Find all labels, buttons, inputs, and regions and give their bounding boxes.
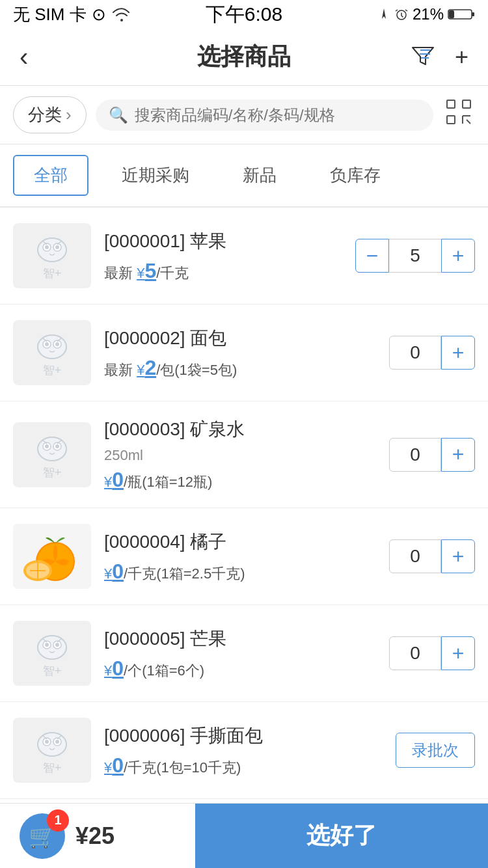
quantity-input[interactable] [389,636,441,670]
svg-point-40 [55,740,59,744]
tab-bar: 全部 近期采购 新品 负库存 [0,144,488,208]
quantity-input[interactable] [389,336,441,370]
product-item-0000006: 智+ [0000006] 手撕面包 ¥0/千克(1包=10千克) 录批次 [0,702,488,799]
tab-negative[interactable]: 负库存 [310,156,401,195]
orange-image [13,524,91,589]
price-amount: 2 [144,356,156,379]
product-name: [0000004] 橘子 [104,530,376,554]
tab-recent[interactable]: 近期采购 [102,156,210,195]
category-arrow-icon: › [66,105,72,125]
quantity-input[interactable] [389,438,441,472]
quantity-control-0000005: + [389,636,475,670]
confirm-button[interactable]: 选好了 [195,804,488,869]
cart-total: ¥25 [75,822,115,850]
currency-symbol: ¥ [137,362,144,378]
product-price: ¥0/千克(1包=10千克) [104,753,383,778]
page-title: 选择商品 [197,41,291,73]
product-image-0000002: 智+ [13,320,91,385]
svg-rect-3 [449,10,454,18]
owl-placeholder: 智+ [13,422,91,487]
product-price: ¥0/千克(1箱=2.5千克) [104,560,376,584]
search-bar[interactable]: 🔍 [96,100,433,131]
filter-icon[interactable] [411,45,435,70]
price-label: 最新 [104,265,137,281]
quantity-decrease-button[interactable]: − [355,239,389,273]
product-info-0000004: [0000004] 橘子 ¥0/千克(1箱=2.5千克) [104,530,376,584]
currency-symbol: ¥ [104,662,112,679]
owl-icon [33,327,72,360]
category-button[interactable]: 分类 › [13,96,87,133]
price-unit: /千克(1箱=2.5千克) [124,565,245,582]
svg-point-25 [55,444,59,448]
svg-rect-5 [447,100,455,108]
status-right: 21% [377,5,475,23]
batch-button[interactable]: 录批次 [396,733,475,768]
owl-icon [33,725,72,757]
product-info-0000003: [0000003] 矿泉水 250ml ¥0/瓶(1箱=12瓶) [104,417,376,492]
currency-symbol: ¥ [137,265,144,281]
product-image-0000006: 智+ [13,718,91,783]
search-input[interactable] [135,106,420,124]
tab-new[interactable]: 新品 [223,156,297,195]
product-info-0000005: [0000005] 芒果 ¥0/个(1箱=6个) [104,627,376,681]
location-icon [377,8,390,21]
quantity-control-0000004: + [389,539,475,573]
currency-symbol: ¥ [104,565,112,582]
battery-text: 21% [413,5,444,23]
quantity-increase-button[interactable]: + [441,438,475,472]
owl-brand-text: 智+ [43,760,62,776]
product-price: 最新 ¥2/包(1袋=5包) [104,356,376,380]
quantity-input[interactable] [389,239,441,273]
price-unit: /包(1袋=5包) [156,362,237,378]
quantity-control-0000002: + [389,336,475,370]
product-image-0000004 [13,524,91,589]
product-item-0000005: 智+ [0000005] 芒果 ¥0/个(1箱=6个) + [0,605,488,702]
product-image-0000001: 智+ [13,223,91,288]
product-price: 最新 ¥5/千克 [104,259,342,283]
quantity-increase-button[interactable]: + [441,539,475,573]
back-arrow-icon: ‹ [20,42,28,72]
battery-icon [448,8,475,21]
svg-line-10 [467,120,470,124]
svg-point-19 [45,342,49,346]
quantity-increase-button[interactable]: + [441,239,475,273]
price-amount: 0 [112,753,124,777]
cart-button[interactable]: 🛒 1 [20,813,65,859]
price-unit: /千克 [156,265,189,281]
nav-bar: ‹ 选择商品 + [0,29,488,86]
scan-icon[interactable] [442,98,475,132]
tab-all[interactable]: 全部 [13,155,88,196]
bottom-bar: 🛒 1 ¥25 选好了 [0,803,488,868]
quantity-increase-button[interactable]: + [441,636,475,670]
product-name: [0000006] 手撕面包 [104,724,383,748]
price-amount: 0 [112,657,124,680]
price-unit: /千克(1包=10千克) [124,759,241,776]
price-unit: /瓶(1箱=12瓶) [124,474,212,490]
product-info-0000006: [0000006] 手撕面包 ¥0/千克(1包=10千克) [104,724,383,778]
product-item-0000003: 智+ [0000003] 矿泉水 250ml ¥0/瓶(1箱=12瓶) + [0,401,488,508]
back-button[interactable]: ‹ [20,42,59,72]
owl-brand-text: 智+ [43,465,62,480]
add-icon[interactable]: + [455,44,468,71]
quantity-control-0000001: − + [355,239,475,273]
svg-rect-6 [463,100,470,108]
owl-placeholder: 智+ [13,320,91,385]
svg-point-31 [38,636,66,659]
price-amount: 5 [144,259,156,282]
owl-brand-text: 智+ [43,663,62,679]
search-icon: 🔍 [109,106,128,124]
product-name: [0000003] 矿泉水 [104,417,376,442]
svg-rect-2 [472,12,474,16]
quantity-increase-button[interactable]: + [441,336,475,370]
status-time: 下午6:08 [206,1,282,28]
svg-point-39 [45,740,49,744]
confirm-label: 选好了 [306,820,377,852]
owl-brand-text: 智+ [43,265,62,281]
owl-placeholder: 智+ [13,718,91,783]
product-image-0000005: 智+ [13,621,91,686]
cart-section: 🛒 1 ¥25 [0,813,195,859]
quantity-input[interactable] [389,539,441,573]
owl-placeholder: 智+ [13,621,91,686]
product-name: [0000002] 面包 [104,326,376,351]
price-amount: 0 [112,560,124,583]
